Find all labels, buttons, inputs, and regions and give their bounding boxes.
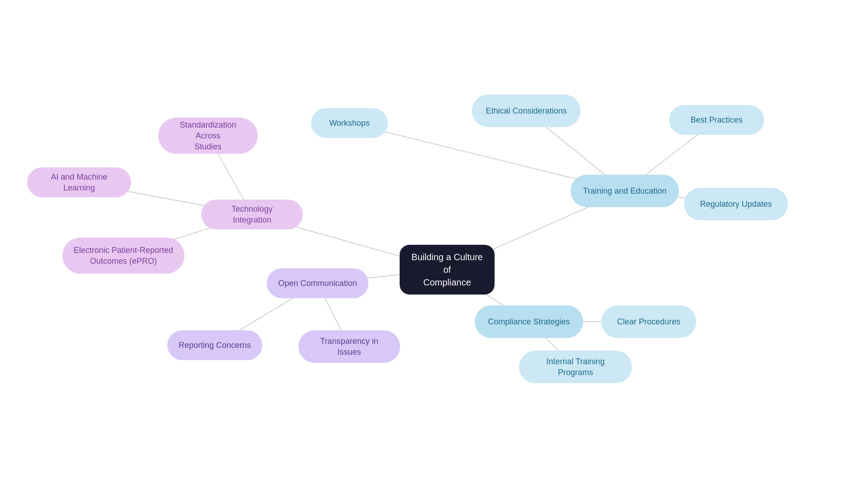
node-ai-ml[interactable]: AI and Machine Learning xyxy=(27,167,131,197)
node-clear-proc[interactable]: Clear Procedures xyxy=(601,305,696,338)
node-label-reporting: Reporting Concerns xyxy=(179,340,251,351)
node-label-open-comm: Open Communication xyxy=(278,278,357,289)
node-best-practices[interactable]: Best Practices xyxy=(669,105,764,135)
node-regulatory[interactable]: Regulatory Updates xyxy=(684,188,788,220)
node-label-training: Training and Education xyxy=(583,186,666,196)
node-workshops[interactable]: Workshops xyxy=(311,108,388,138)
center-node[interactable]: Building a Culture ofCompliance xyxy=(400,245,495,295)
node-ethical[interactable]: Ethical Considerations xyxy=(472,95,580,127)
node-tech-integration[interactable]: Technology Integration xyxy=(201,200,303,229)
node-internal-training[interactable]: Internal Training Programs xyxy=(519,351,632,383)
node-epro[interactable]: Electronic Patient-ReportedOutcomes (ePR… xyxy=(62,238,184,274)
node-label-tech-integration: Technology Integration xyxy=(212,204,292,226)
node-label-best-practices: Best Practices xyxy=(690,114,742,125)
center-label: Building a Culture ofCompliance xyxy=(410,251,484,289)
node-reporting[interactable]: Reporting Concerns xyxy=(167,330,262,360)
node-transparency[interactable]: Transparency in Issues xyxy=(298,330,400,363)
node-label-clear-proc: Clear Procedures xyxy=(617,316,680,327)
node-standardization[interactable]: Standardization AcrossStudies xyxy=(158,118,258,154)
node-label-ethical: Ethical Considerations xyxy=(486,105,566,116)
node-label-epro: Electronic Patient-ReportedOutcomes (ePR… xyxy=(74,245,173,267)
node-training[interactable]: Training and Education xyxy=(571,175,679,207)
node-label-transparency: Transparency in Issues xyxy=(309,336,389,358)
node-open-comm[interactable]: Open Communication xyxy=(267,268,368,298)
node-compliance[interactable]: Compliance Strategies xyxy=(475,305,583,338)
node-label-internal-training: Internal Training Programs xyxy=(530,356,621,378)
node-label-regulatory: Regulatory Updates xyxy=(700,199,772,209)
node-label-standardization: Standardization AcrossStudies xyxy=(169,119,247,152)
node-label-compliance: Compliance Strategies xyxy=(488,316,570,327)
node-label-workshops: Workshops xyxy=(329,118,370,128)
node-label-ai-ml: AI and Machine Learning xyxy=(38,171,120,194)
